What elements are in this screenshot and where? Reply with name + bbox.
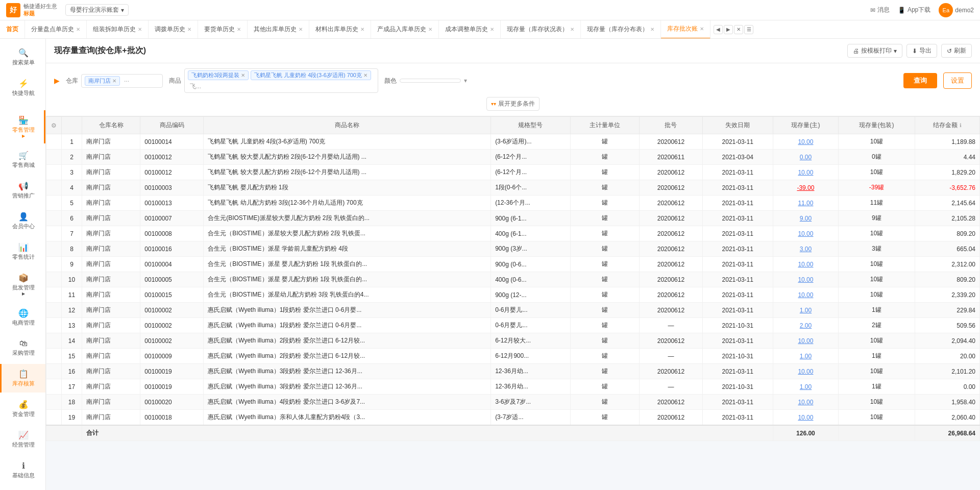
tab-xian-cun-kufen[interactable]: 现存量（库存分布表） ✕ bbox=[581, 20, 661, 39]
warehouse-more[interactable]: ... bbox=[122, 76, 131, 86]
sidebar-item-member[interactable]: 👤 会员中心 bbox=[0, 207, 45, 235]
query-btn[interactable]: 查询 bbox=[903, 73, 937, 88]
row-stock-main-5[interactable]: 9.00 bbox=[773, 211, 838, 226]
row-stock-main-3[interactable]: -39.00 bbox=[773, 180, 838, 195]
expand-conditions-btn[interactable]: ▾▾ 展开更多条件 bbox=[486, 97, 540, 111]
row-expire-3: 2021-03-11 bbox=[702, 180, 773, 195]
nav-next-btn[interactable]: ▶ bbox=[724, 25, 733, 34]
th-setting[interactable]: ⚙ bbox=[46, 117, 62, 134]
tab-ku-cun-pi-ci[interactable]: 库存批次账 ✕ bbox=[661, 20, 710, 39]
row-stock-main-6[interactable]: 10.00 bbox=[773, 226, 838, 241]
color-input[interactable] bbox=[400, 79, 461, 83]
tab-qi-ta-chu-ku[interactable]: 其他出库单历史 ✕ bbox=[248, 20, 309, 39]
nav-prev-btn[interactable]: ◀ bbox=[714, 25, 723, 34]
message-btn[interactable]: ✉ 消息 bbox=[870, 6, 890, 14]
row-stock-main-17[interactable]: 10.00 bbox=[773, 395, 838, 410]
row-product-name-1: 飞鹤星飞帆 较大婴儿配方奶粉 2段(6-12个月婴幼儿适用) ... bbox=[204, 150, 491, 165]
row-stock-main-15[interactable]: 10.00 bbox=[773, 364, 838, 379]
filter-expand-arrow[interactable]: ▶ bbox=[54, 77, 60, 85]
close-tab-fen-liang[interactable]: ✕ bbox=[76, 27, 80, 32]
sidebar-item-system[interactable]: ⚙ 系统管理 bbox=[0, 486, 45, 490]
app-download-btn[interactable]: 📱 App下载 bbox=[898, 6, 930, 14]
sidebar-item-retail-mgmt[interactable]: 🏪 零售管理 ▶ bbox=[0, 110, 45, 143]
sidebar-item-quick-nav[interactable]: ⚡ 快捷导航 bbox=[0, 74, 45, 102]
tab-fen-liang[interactable]: 分量盘点单历史 ✕ bbox=[25, 20, 87, 39]
row-setting-7 bbox=[46, 241, 62, 257]
table-row: 18 南岸门店 00100020 惠氏启赋（Wyeth illuma）4段奶粉 … bbox=[46, 395, 980, 410]
row-stock-main-0[interactable]: 10.00 bbox=[773, 134, 838, 150]
gear-icon[interactable]: ⚙ bbox=[51, 122, 57, 129]
tab-home[interactable]: 首页 bbox=[0, 20, 25, 39]
row-stock-main-7[interactable]: 3.00 bbox=[773, 241, 838, 257]
product-tag-2[interactable]: 飞鹤星飞帆 儿童奶粉 4段(3-6岁适用) 700克 ✕ bbox=[251, 70, 371, 80]
user-profile[interactable]: Ea demo2 bbox=[939, 3, 974, 17]
sidebar-item-inventory[interactable]: 📋 库存核算 bbox=[0, 364, 45, 393]
row-stock-main-4[interactable]: 11.00 bbox=[773, 195, 838, 211]
tab-cheng-ben[interactable]: 成本调整单历史 ✕ bbox=[439, 20, 501, 39]
tab-xian-cun-kuzhuang[interactable]: 现存量（库存状况表） ✕ bbox=[501, 20, 581, 39]
tab-yao-huo[interactable]: 要货单历史 ✕ bbox=[198, 20, 248, 39]
sidebar-item-base-info[interactable]: ℹ 基础信息 bbox=[0, 456, 45, 484]
tab-chan-cheng-pin[interactable]: 产成品入库单历史 ✕ bbox=[371, 20, 439, 39]
row-product-name-4: 飞鹤星飞帆 幼儿配方奶粉 3段(12-36个月幼儿适用) 700克 bbox=[204, 195, 491, 211]
close-tab-xian-cun-kuzhuang[interactable]: ✕ bbox=[570, 27, 574, 32]
close-tab-ku-cun-pi-ci[interactable]: ✕ bbox=[700, 26, 704, 32]
row-stock-main-13[interactable]: 10.00 bbox=[773, 333, 838, 349]
product-tag-container[interactable]: 飞鹤奶粉3段两提装 ✕ 飞鹤星飞帆 儿童奶粉 4段(3-6岁适用) 700克 ✕… bbox=[184, 68, 378, 93]
sidebar-item-marketing[interactable]: 📢 营销推广 bbox=[0, 176, 45, 205]
sidebar-item-finance[interactable]: 💰 资金管理 bbox=[0, 395, 45, 423]
product-tag-1-close[interactable]: ✕ bbox=[241, 72, 245, 78]
close-tab-diao-bo[interactable]: ✕ bbox=[187, 27, 191, 32]
row-stock-main-10[interactable]: 10.00 bbox=[773, 287, 838, 303]
close-tab-yao-huo[interactable]: ✕ bbox=[237, 27, 241, 32]
table-container[interactable]: ⚙ 仓库名称 商品编码 商品名称 规格型号 主计量单位 批号 失效日期 现存量(… bbox=[46, 116, 980, 490]
row-stock-main-1[interactable]: 0.00 bbox=[773, 150, 838, 165]
export-btn[interactable]: ⬇ 导出 bbox=[906, 44, 937, 58]
close-tab-zu-zhuang[interactable]: ✕ bbox=[138, 27, 142, 32]
product-tag-2-close[interactable]: ✕ bbox=[363, 72, 368, 78]
row-stock-main-18[interactable]: 10.00 bbox=[773, 410, 838, 426]
info-icon[interactable]: ℹ bbox=[960, 122, 962, 128]
row-spec-14: 6-12月900... bbox=[491, 349, 570, 364]
settings-btn[interactable]: 设置 bbox=[943, 72, 972, 89]
close-tab-cheng-ben[interactable]: ✕ bbox=[490, 27, 494, 32]
row-stock-main-2[interactable]: 10.00 bbox=[773, 165, 838, 180]
row-stock-main-16[interactable]: 1.00 bbox=[773, 379, 838, 395]
th-unit: 主计量单位 bbox=[570, 117, 639, 134]
sidebar-item-ecommerce[interactable]: 🌐 电商管理 bbox=[0, 303, 45, 332]
product-more[interactable]: 飞... bbox=[188, 82, 203, 91]
nav-more-btn[interactable]: ☰ bbox=[744, 25, 753, 34]
warehouse-tag-container[interactable]: 南岸门店 ✕ ... bbox=[81, 74, 163, 88]
sidebar-item-retail-stat[interactable]: 📊 零售统计 bbox=[0, 237, 45, 266]
close-tab-xian-cun-kufen[interactable]: ✕ bbox=[650, 27, 654, 32]
sidebar-item-operations[interactable]: 📈 经营管理 bbox=[0, 425, 45, 454]
sidebar-item-retail-mall[interactable]: 🛒 零售商城 bbox=[0, 145, 45, 174]
template-print-btn[interactable]: 🖨 按模板打印 ▾ bbox=[847, 44, 902, 58]
nav-close-btn[interactable]: ✕ bbox=[734, 25, 743, 34]
refresh-btn[interactable]: ↺ 刷新 bbox=[941, 44, 972, 58]
row-stock-main-8[interactable]: 10.00 bbox=[773, 257, 838, 272]
warehouse-tag-close[interactable]: ✕ bbox=[112, 78, 116, 84]
row-stock-pack-5: 9罐 bbox=[839, 211, 915, 226]
row-stock-main-9[interactable]: 10.00 bbox=[773, 272, 838, 287]
table-row: 9 南岸门店 00100004 合生元（BIOSTIME）派星 婴儿配方奶粉 1… bbox=[46, 257, 980, 272]
sidebar-item-wholesale[interactable]: 📦 批发管理 ▶ bbox=[0, 268, 45, 301]
row-product-code-3: 00100003 bbox=[140, 180, 204, 195]
product-tag-1[interactable]: 飞鹤奶粉3段两提装 ✕ bbox=[188, 70, 249, 80]
row-balance-14: 20.00 bbox=[915, 349, 979, 364]
color-dropdown-arrow[interactable]: ▾ bbox=[464, 77, 467, 84]
row-stock-pack-11: 1罐 bbox=[839, 303, 915, 318]
close-tab-cai-liao[interactable]: ✕ bbox=[360, 27, 364, 32]
tab-cai-liao[interactable]: 材料出库单历史 ✕ bbox=[309, 20, 371, 39]
row-stock-main-12[interactable]: 2.00 bbox=[773, 318, 838, 333]
warehouse-tag-nan-an[interactable]: 南岸门店 ✕ bbox=[85, 76, 120, 86]
close-tab-qi-ta-chu-ku[interactable]: ✕ bbox=[299, 27, 303, 32]
industry-selector[interactable]: 母婴行业演示账套 ▾ bbox=[65, 4, 129, 16]
sidebar-item-purchase[interactable]: 🛍 采购管理 bbox=[0, 334, 45, 362]
close-tab-chan-cheng-pin[interactable]: ✕ bbox=[428, 27, 432, 32]
sidebar-item-search[interactable]: 🔍 搜索菜单 bbox=[0, 43, 45, 71]
row-stock-main-14[interactable]: 1.00 bbox=[773, 349, 838, 364]
row-stock-main-11[interactable]: 1.00 bbox=[773, 303, 838, 318]
tab-zu-zhuang[interactable]: 组装拆卸单历史 ✕ bbox=[87, 20, 149, 39]
tab-diao-bo[interactable]: 调拨单历史 ✕ bbox=[149, 20, 198, 39]
